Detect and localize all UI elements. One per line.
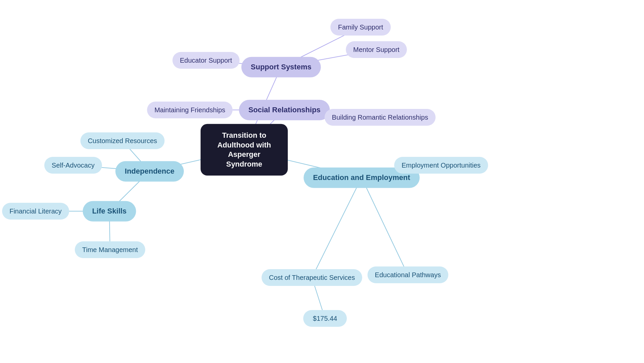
node-maintaining-friendships: Maintaining Friendships (147, 102, 232, 118)
node-financial-literacy: Financial Literacy (2, 203, 69, 220)
node-employment-opportunities: Employment Opportunities (394, 157, 488, 174)
svg-line-16 (362, 178, 408, 275)
node-mentor-support: Mentor Support (346, 41, 407, 58)
node-self-advocacy: Self-Advocacy (44, 157, 102, 174)
node-time-management: Time Management (75, 241, 145, 258)
node-customized-resources: Customized Resources (80, 132, 165, 149)
node-educator-support: Educator Support (172, 52, 239, 69)
svg-line-15 (312, 178, 362, 278)
node-building-romantic-relationships: Building Romantic Relationships (325, 109, 436, 126)
mind-map: Transition to Adulthood with Asperger Sy… (0, 0, 644, 363)
node-dollar-amount: $175.44 (303, 310, 347, 327)
node-family-support: Family Support (330, 19, 391, 36)
node-cost-therapeutic-services: Cost of Therapeutic Services (262, 269, 362, 286)
center-label: Transition to Adulthood with Asperger Sy… (210, 131, 278, 169)
node-educational-pathways: Educational Pathways (368, 266, 448, 283)
node-social-relationships: Social Relationships (239, 100, 330, 120)
node-life-skills: Life Skills (83, 201, 136, 222)
node-support-systems: Support Systems (241, 57, 321, 77)
node-independence: Independence (115, 161, 184, 182)
node-center: Transition to Adulthood with Asperger Sy… (201, 124, 288, 176)
